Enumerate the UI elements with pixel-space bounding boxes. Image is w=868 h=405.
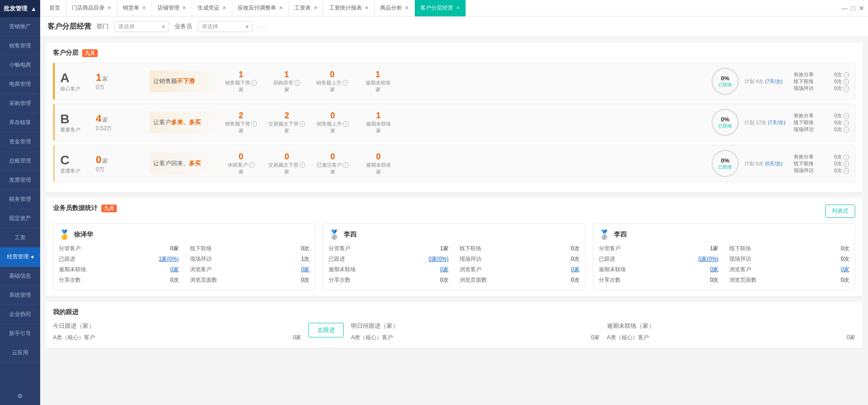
tier-c-contact-circle: 0% 已联络 bbox=[711, 150, 739, 177]
tab-close-工资统计报表[interactable]: ✕ bbox=[365, 5, 369, 11]
staff-card-2: 🥈 李四 分管客户 1家 线下联络 0次 已跟进 bbox=[593, 223, 855, 290]
staff-stats-2: 分管客户 1家 线下联络 0次 已跟进 0家(0%) 现场拜访 bbox=[599, 245, 849, 284]
tab-门店商品目录[interactable]: 门店商品目录 ✕ bbox=[66, 0, 117, 16]
tier-row-a: A 核心客户 1 家 0万 让销售额不下滑 1 bbox=[53, 63, 855, 100]
settings-button[interactable]: ⚙ bbox=[0, 387, 40, 405]
tab-商品分析[interactable]: 商品分析 ✕ bbox=[375, 0, 415, 16]
staff-section-title: 业务员数据统计 九月 bbox=[53, 204, 117, 212]
followup-tomorrow-col: 明日待跟进（家） A类（核心）客户 0家 bbox=[351, 322, 599, 342]
dept-select-wrap: 请选择 bbox=[114, 21, 169, 32]
stat-c-逾期未联络: 0 逾期未联络 家 bbox=[360, 152, 397, 175]
sidebar-item-发票管理[interactable]: 发票管理 bbox=[0, 171, 40, 190]
sidebar-item-营销推广[interactable]: 营销推广 bbox=[0, 17, 40, 37]
tab-minimize-icon[interactable]: — bbox=[842, 5, 848, 12]
sidebar-top[interactable]: 批发管理 ▲ bbox=[0, 0, 40, 17]
sidebar-item-销售管理[interactable]: 销售管理 bbox=[0, 37, 40, 56]
followup-button[interactable]: 去跟进 bbox=[309, 323, 344, 337]
dept-select[interactable]: 请选择 bbox=[114, 21, 169, 32]
tier-b-label: B 重要客户 bbox=[60, 112, 92, 133]
staff-stat-分享次数-0: 分享次数 0次 bbox=[59, 276, 179, 284]
tier-a-banner: 让销售额不下滑 bbox=[150, 70, 223, 92]
staff-medal-2: 🥈 bbox=[599, 229, 610, 240]
tier-a-right-stats: 有效分享 0次 i 线下联络 0次 i 现场拜访 0次 i bbox=[790, 71, 849, 92]
sidebar-item-基础信息[interactable]: 基础信息 bbox=[0, 267, 40, 286]
sidebar-top-label: 批发管理 bbox=[4, 5, 27, 13]
sidebar-item-电商管理[interactable]: 电商管理 bbox=[0, 75, 40, 94]
followup-title: 我的跟进 bbox=[53, 308, 855, 316]
tier-b-right-stats: 有效分享 0次 i 线下联络 0次 i 现场拜访 0次 i bbox=[790, 112, 849, 133]
tier-b-stats: 2 销售额下滑 i 家 2 交易频次下滑 i 家 0 销售额上升 i 家 bbox=[223, 111, 706, 134]
page-header: 客户分层经营 部门 请选择 业务员 请选择 ··· bbox=[40, 16, 868, 37]
tier-row-b: B 重要客户 4 家 0.53万 让客户多来、多买 2 bbox=[53, 104, 855, 141]
stat-a-销售额上升: 0 销售额上升 i 家 bbox=[314, 70, 350, 93]
staff-stats-0: 分管客户 0家 线下联络 0次 已跟进 1家(0%) 现场拜访 bbox=[59, 245, 309, 284]
followup-grid: 今日跟进（家） A类（核心）客户 0家 去跟进 明日待跟进（家） A类（核心）客… bbox=[53, 322, 855, 342]
sidebar-item-资金管理[interactable]: 资金管理 bbox=[0, 132, 40, 152]
staff-select[interactable]: 请选择 bbox=[198, 21, 252, 32]
sidebar-item-采购管理[interactable]: 采购管理 bbox=[0, 94, 40, 113]
list-view-button[interactable]: 列表式 bbox=[825, 205, 855, 218]
tab-客户分层经营[interactable]: 客户分层经营 ✕ bbox=[415, 0, 466, 16]
sidebar-item-工资[interactable]: 工资 bbox=[0, 228, 40, 247]
tab-close-工资表[interactable]: ✕ bbox=[314, 5, 318, 11]
sidebar-item-固定资产[interactable]: 固定资产 bbox=[0, 209, 40, 228]
sidebar-item-总账管理[interactable]: 总账管理 bbox=[0, 152, 40, 171]
tab-maximize-icon[interactable]: □ bbox=[852, 5, 855, 12]
tier-c-stats: 0 休眠客户 i 家 0 交易频次下滑 i 家 0 已激活客户 i 家 bbox=[223, 152, 706, 175]
more-filter-btn[interactable]: ··· bbox=[258, 23, 266, 30]
page-title: 客户分层经营 bbox=[47, 22, 91, 32]
tab-店铺管理[interactable]: 店铺管理 ✕ bbox=[152, 0, 192, 16]
tab-生成凭证[interactable]: 生成凭证 ✕ bbox=[192, 0, 232, 16]
staff-stats-1: 分管客户 1家 线下联络 0次 已跟进 0家(0%) 现场拜访 bbox=[329, 245, 579, 284]
sidebar-item-税务管理[interactable]: 税务管理 bbox=[0, 190, 40, 209]
staff-card-0: 🥇 徐泽华 分管客户 0家 线下联络 0次 已跟进 bbox=[53, 223, 315, 290]
staff-stat-浏览页面数-0: 浏览页面数 0次 bbox=[190, 276, 310, 284]
tab-close-应收应付调整单[interactable]: ✕ bbox=[279, 5, 283, 11]
staff-stat-浏览客户-0: 浏览客户 0家 bbox=[190, 266, 310, 274]
tab-close-店铺管理[interactable]: ✕ bbox=[182, 5, 186, 11]
tab-销货单[interactable]: 销货单 ✕ bbox=[117, 0, 152, 16]
tier-a-stats: 1 销售额下滑 i 家 1 回购异常 i 家 0 销售额上升 i 家 bbox=[223, 70, 706, 93]
staff-stat-分管客户-0: 分管客户 0家 bbox=[59, 245, 179, 252]
tab-close-销货单[interactable]: ✕ bbox=[142, 5, 146, 11]
tier-c-label: C 普通客户 bbox=[60, 153, 92, 174]
tier-b-contact-circle: 0% 已联络 bbox=[711, 109, 739, 136]
stat-a-销售额下滑: 1 销售额下滑 i 家 bbox=[223, 70, 259, 93]
tab-应收应付调整单[interactable]: 应收应付调整单 ✕ bbox=[232, 0, 289, 16]
sidebar-item-库存核算[interactable]: 库存核算 bbox=[0, 113, 40, 132]
staff-select-wrap: 请选择 bbox=[198, 21, 252, 32]
staff-name-1: 🥈 李四 bbox=[329, 229, 579, 240]
staff-medal-1: 🥈 bbox=[329, 229, 340, 240]
stat-b-销售额上升: 0 销售额上升 i 家 bbox=[314, 111, 351, 134]
sidebar-item-新手引导[interactable]: 新手引导 bbox=[0, 324, 40, 343]
sidebar-item-云应用[interactable]: 云应用 bbox=[0, 343, 40, 363]
tab-首页[interactable]: 首页 bbox=[44, 0, 66, 16]
tab-工资统计报表[interactable]: 工资统计报表 ✕ bbox=[324, 0, 375, 16]
dept-label: 部门 bbox=[97, 22, 109, 31]
main-area: 首页 门店商品目录 ✕ 销货单 ✕ 店铺管理 ✕ 生成凭证 ✕ 应收应付调整单 … bbox=[40, 0, 868, 405]
followup-tomorrow-col-title: 明日待跟进（家） bbox=[351, 322, 599, 330]
customer-month-badge: 九月 bbox=[82, 49, 98, 57]
tab-工资表[interactable]: 工资表 ✕ bbox=[289, 0, 324, 16]
tier-a-contact-circle: 0% 已联络 bbox=[711, 68, 739, 95]
sidebar-item-经营管理[interactable]: 经营管理 ◂ bbox=[0, 247, 40, 267]
sidebar-item-小畅电商[interactable]: 小畅电商 bbox=[0, 56, 40, 75]
tab-close-门店商品目录[interactable]: ✕ bbox=[107, 5, 111, 11]
tab-close-客户分层经营[interactable]: ✕ bbox=[456, 5, 460, 11]
sidebar-item-系统管理[interactable]: 系统管理 bbox=[0, 286, 40, 305]
stat-b-销售额下滑: 2 销售额下滑 i 家 bbox=[223, 111, 259, 134]
tab-close-生成凭证[interactable]: ✕ bbox=[222, 5, 226, 11]
stat-a-逾期未联络: 1 逾期未联络 家 bbox=[360, 70, 396, 93]
staff-card-1: 🥈 李四 分管客户 1家 线下联络 0次 已跟进 bbox=[323, 223, 585, 290]
sidebar-item-企业协同[interactable]: 企业协同 bbox=[0, 305, 40, 324]
sidebar-collapse-icon[interactable]: ▲ bbox=[31, 5, 37, 12]
staff-medal-0: 🥇 bbox=[59, 229, 70, 240]
tier-c-contact-plan: 计划 0次 (0天/次) bbox=[744, 160, 790, 167]
tier-b-count: 4 家 0.53万 bbox=[96, 113, 146, 132]
tier-a-contact-plan: 计划 4次 (7天/次) bbox=[744, 78, 790, 85]
tab-close-商品分析[interactable]: ✕ bbox=[405, 5, 409, 11]
tab-close-all-icon[interactable]: ✕ bbox=[859, 5, 864, 12]
tab-bar: 首页 门店商品目录 ✕ 销货单 ✕ 店铺管理 ✕ 生成凭证 ✕ 应收应付调整单 … bbox=[40, 0, 868, 16]
staff-name-2: 🥈 李四 bbox=[599, 229, 849, 240]
sidebar: 批发管理 ▲ 营销推广 销售管理 小畅电商 电商管理 采购管理 库存核算 资金管… bbox=[0, 0, 40, 405]
